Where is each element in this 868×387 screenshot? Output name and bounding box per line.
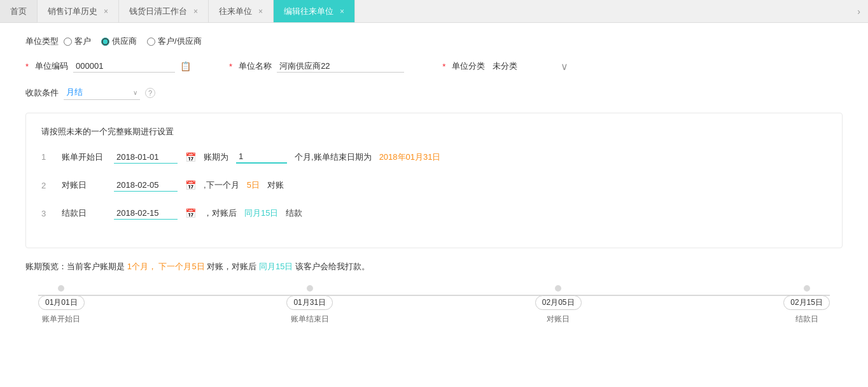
row-1-date-input[interactable]	[114, 151, 178, 164]
unit-code-label: 单位编码	[35, 60, 68, 72]
row-3-calendar-icon[interactable]: 📅	[185, 208, 196, 218]
main-content: 单位类型 客户 供应商 客户/供应商 * 单位编码	[0, 23, 868, 387]
radio-customer[interactable]: 客户	[64, 36, 91, 47]
payment-label: 收款条件	[25, 87, 59, 99]
timeline-date-1: 01月01日	[38, 295, 85, 310]
preview-label: 账期预览：当前客户账期是	[25, 262, 125, 271]
unit-code-required: *	[25, 62, 29, 71]
row-2-day: 5日	[247, 179, 260, 191]
period-input[interactable]	[236, 150, 287, 164]
tab-cash-work-label: 钱货日清工作台	[129, 6, 187, 17]
payment-value: 月结	[66, 87, 129, 98]
row-1-calendar-icon[interactable]: 📅	[185, 152, 196, 162]
row-1-suffix: 个月,账单结束日期为	[295, 151, 372, 163]
unit-type-row: 单位类型 客户 供应商 客户/供应商	[25, 36, 843, 47]
radio-both-input[interactable]	[147, 38, 155, 46]
payment-dropdown[interactable]: 月结 ∨	[64, 85, 140, 100]
timeline-label-4: 结款日	[795, 314, 818, 325]
tab-sales-history-close[interactable]: ×	[104, 7, 108, 16]
row-2-prefix: ,下一个月	[204, 179, 239, 191]
unit-name-group: * 单位名称	[229, 60, 404, 73]
row-2-num: 2	[41, 181, 54, 190]
payment-dropdown-arrow: ∨	[133, 89, 137, 96]
tab-sales-history[interactable]: 销售订单历史 ×	[38, 0, 119, 22]
tab-sales-history-label: 销售订单历史	[48, 6, 97, 17]
tab-partners-label: 往来单位	[219, 6, 252, 17]
row-2-suffix: 对账	[267, 179, 284, 191]
panel-row-1: 1 账单开始日 📅 账期为 个月,账单结束日期为 2018年01月31日	[41, 150, 827, 164]
row-1-label-period: 账期为	[204, 151, 228, 163]
radio-supplier[interactable]: 供应商	[101, 36, 137, 47]
timeline-label-1: 账单开始日	[42, 314, 80, 325]
row-1-end-date: 2018年01月31日	[379, 151, 441, 163]
timeline-date-2: 01月31日	[286, 295, 333, 310]
unit-details-row: * 单位编码 📋 * 单位名称 * 单位分类 未分类 ∨	[25, 60, 843, 73]
timeline-label-2: 账单结束日	[291, 314, 329, 325]
row-3-day: 同月15日	[244, 208, 278, 219]
radio-both-label: 客户/供应商	[158, 36, 202, 47]
radio-supplier-label: 供应商	[112, 36, 137, 47]
tab-edit-partner-label: 编辑往来单位	[284, 6, 333, 17]
payment-help-icon[interactable]: ?	[145, 88, 155, 98]
unit-class-label: 单位分类	[452, 60, 485, 72]
payment-group: 收款条件 月结 ∨ ?	[25, 85, 155, 100]
unit-class-value: 未分类	[493, 60, 517, 72]
row-3-suffix: 结款	[286, 208, 302, 219]
row-2-date-input[interactable]	[114, 179, 178, 192]
tab-home[interactable]: 首页	[0, 0, 38, 22]
tab-cash-work[interactable]: 钱货日清工作台 ×	[119, 0, 209, 22]
radio-supplier-input[interactable]	[101, 38, 109, 46]
panel-row-2: 2 对账日 📅 ,下一个月 5日 对账	[41, 179, 827, 192]
payment-row: 收款条件 月结 ∨ ?	[25, 85, 843, 100]
unit-code-group: * 单位编码 📋	[25, 60, 191, 73]
radio-both[interactable]: 客户/供应商	[147, 36, 202, 47]
timeline-points: 01月01日 账单开始日 01月31日 账单结束日 02月05日 对账日 02月…	[38, 285, 830, 325]
settings-panel: 请按照未来的一个完整账期进行设置 1 账单开始日 📅 账期为 个月,账单结束日期…	[25, 113, 843, 248]
tab-bar: 首页 销售订单历史 × 钱货日清工作台 × 往来单位 × 编辑往来单位 × ›	[0, 0, 868, 23]
radio-customer-input[interactable]	[64, 38, 72, 46]
timeline-date-4: 02月15日	[783, 295, 830, 310]
unit-name-input[interactable]	[277, 60, 404, 73]
unit-type-label: 单位类型	[25, 36, 59, 47]
timeline-dot-3	[555, 285, 561, 292]
timeline-dot-2	[307, 285, 313, 292]
tab-home-label: 首页	[10, 6, 27, 17]
row-3-num: 3	[41, 209, 54, 218]
unit-class-group: * 单位分类 未分类 ∨	[442, 60, 568, 73]
tab-partners-close[interactable]: ×	[258, 7, 263, 16]
unit-code-icon[interactable]: 📋	[180, 61, 191, 71]
unit-class-required: *	[442, 62, 445, 71]
timeline-container: 01月01日 账单开始日 01月31日 账单结束日 02月05日 对账日 02月…	[25, 285, 843, 325]
tab-overflow-arrow[interactable]: ›	[850, 6, 868, 17]
row-2-calendar-icon[interactable]: 📅	[185, 180, 196, 190]
timeline-label-3: 对账日	[547, 314, 570, 325]
panel-title: 请按照未来的一个完整账期进行设置	[41, 126, 827, 137]
tab-partners[interactable]: 往来单位 ×	[209, 0, 274, 22]
unit-type-group: 单位类型 客户 供应商 客户/供应商	[25, 36, 202, 47]
preview-part1: 1个月，	[127, 262, 157, 271]
tab-edit-partner-close[interactable]: ×	[340, 7, 344, 16]
preview-mid: 对账，对账后	[207, 262, 256, 271]
preview-part3: 同月15日	[259, 262, 293, 271]
unit-name-required: *	[229, 62, 232, 71]
row-3-date-input[interactable]	[114, 207, 178, 220]
timeline-dot-1	[58, 285, 64, 292]
preview-section: 账期预览：当前客户账期是 1个月， 下一个月5日 对账，对账后 同月15日 该客…	[25, 261, 843, 272]
preview-end: 该客户会给我打款。	[295, 262, 370, 271]
row-1-field: 账单开始日	[62, 151, 106, 163]
unit-name-label: 单位名称	[239, 60, 272, 72]
row-3-field: 结款日	[62, 208, 106, 219]
preview-part2: 下一个月5日	[158, 262, 204, 271]
tab-cash-work-close[interactable]: ×	[193, 7, 198, 16]
timeline-point-3: 02月05日 对账日	[535, 285, 582, 325]
timeline-point-4: 02月15日 结款日	[783, 285, 830, 325]
timeline-date-3: 02月05日	[535, 295, 582, 310]
timeline-dot-4	[804, 285, 810, 292]
radio-customer-label: 客户	[74, 36, 91, 47]
panel-row-3: 3 结款日 📅 ，对账后 同月15日 结款	[41, 207, 827, 220]
unit-code-input[interactable]	[73, 60, 175, 73]
row-2-field: 对账日	[62, 179, 106, 191]
tab-edit-partner[interactable]: 编辑往来单位 ×	[274, 0, 355, 22]
unit-class-dropdown-arrow[interactable]: ∨	[561, 60, 568, 73]
timeline-point-1: 01月01日 账单开始日	[38, 285, 85, 325]
